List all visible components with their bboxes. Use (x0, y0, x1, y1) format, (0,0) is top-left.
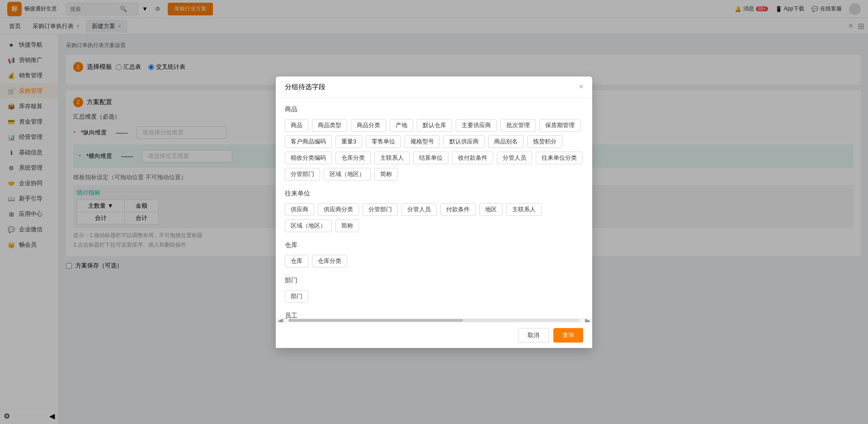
field-tag-0-13[interactable]: 商品别名 (488, 135, 524, 148)
field-tags-2: 仓库仓库分类 (285, 255, 583, 267)
field-tag-2-0[interactable]: 仓库 (285, 255, 308, 267)
field-tag-0-6[interactable]: 批次管理 (500, 119, 536, 132)
modal-cancel-btn[interactable]: 取消 (518, 328, 549, 343)
field-tag-0-2[interactable]: 商品分类 (351, 119, 386, 132)
field-section-title-2: 仓库 (285, 241, 583, 249)
modal-body: 商品商品商品类型商品分类产地默认仓库主要供应商批次管理保质期管理客户商品编码重量… (276, 98, 592, 319)
field-tag-1-2[interactable]: 分管部门 (363, 203, 398, 216)
hscroll-left-btn[interactable]: ◀ (276, 319, 285, 322)
field-tag-0-20[interactable]: 分管人员 (497, 152, 532, 164)
field-tag-0-8[interactable]: 客户商品编码 (285, 135, 332, 148)
field-tag-0-11[interactable]: 规格型号 (405, 135, 440, 148)
field-tag-0-10[interactable]: 零售单位 (366, 135, 401, 148)
modal-close-btn[interactable]: × (579, 83, 583, 91)
field-tags-3: 部门 (285, 290, 583, 303)
field-tag-0-9[interactable]: 重量3 (335, 135, 362, 148)
field-section-1: 往来单位供应商供应商分类分管部门分管人员付款条件地区主联系人区域（地区）简称 (285, 190, 583, 232)
field-tags-0: 商品商品类型商品分类产地默认仓库主要供应商批次管理保质期管理客户商品编码重量3零… (285, 119, 583, 181)
modal-header: 分组待选字段 × (276, 76, 592, 98)
field-section-0: 商品商品商品类型商品分类产地默认仓库主要供应商批次管理保质期管理客户商品编码重量… (285, 105, 583, 181)
modal-confirm-btn[interactable]: 查询 (553, 328, 583, 343)
hscroll-track (288, 319, 580, 322)
field-tag-1-5[interactable]: 地区 (479, 203, 503, 216)
field-tag-1-4[interactable]: 付款条件 (440, 203, 476, 216)
field-tag-1-3[interactable]: 分管人员 (401, 203, 437, 216)
field-tag-0-18[interactable]: 结算单位 (413, 152, 448, 164)
field-tag-1-8[interactable]: 简称 (335, 219, 359, 232)
field-tag-1-7[interactable]: 区域（地区） (285, 219, 332, 232)
field-section-2: 仓库仓库仓库分类 (285, 241, 583, 267)
field-tag-1-6[interactable]: 主联系人 (506, 203, 542, 216)
field-tag-0-15[interactable]: 税收分类编码 (285, 152, 332, 164)
modal-title: 分组待选字段 (285, 83, 326, 91)
field-section-title-3: 部门 (285, 276, 583, 285)
field-tag-0-22[interactable]: 分管部门 (285, 168, 320, 181)
field-tag-0-16[interactable]: 仓库分类 (335, 152, 371, 164)
field-tag-1-0[interactable]: 供应商 (285, 203, 314, 216)
field-tag-0-21[interactable]: 往来单位分类 (536, 152, 583, 164)
field-section-title-0: 商品 (285, 105, 583, 114)
field-tag-0-7[interactable]: 保质期管理 (539, 119, 580, 132)
field-tag-0-19[interactable]: 收付款条件 (452, 152, 493, 164)
field-tag-0-23[interactable]: 区域（地区） (324, 168, 371, 181)
field-tag-0-17[interactable]: 主联系人 (374, 152, 410, 164)
field-tag-0-12[interactable]: 默认供应商 (443, 135, 485, 148)
modal-hscroll[interactable]: ◀ ▶ (276, 319, 592, 322)
field-tag-0-4[interactable]: 默认仓库 (417, 119, 452, 132)
field-section-3: 部门部门 (285, 276, 583, 303)
hscroll-thumb (288, 319, 463, 322)
field-tag-3-0[interactable]: 部门 (285, 290, 308, 303)
hscroll-right-btn[interactable]: ▶ (583, 319, 592, 322)
field-section-title-4: 员工 (285, 312, 583, 319)
field-tag-0-14[interactable]: 拣货积分 (527, 135, 562, 148)
field-tag-0-5[interactable]: 主要供应商 (456, 119, 497, 132)
modal-dialog: 分组待选字段 × 商品商品商品类型商品分类产地默认仓库主要供应商批次管理保质期管… (276, 76, 592, 348)
field-tag-0-3[interactable]: 产地 (390, 119, 413, 132)
field-section-4: 员工业务员 (285, 312, 583, 319)
field-tag-0-0[interactable]: 商品 (285, 119, 308, 132)
field-section-title-1: 往来单位 (285, 190, 583, 198)
field-tag-1-1[interactable]: 供应商分类 (318, 203, 359, 216)
field-tag-0-24[interactable]: 简称 (374, 168, 398, 181)
modal-footer: 取消 查询 (276, 322, 592, 348)
field-tags-1: 供应商供应商分类分管部门分管人员付款条件地区主联系人区域（地区）简称 (285, 203, 583, 232)
field-tag-2-1[interactable]: 仓库分类 (312, 255, 347, 267)
field-tag-0-1[interactable]: 商品类型 (312, 119, 347, 132)
